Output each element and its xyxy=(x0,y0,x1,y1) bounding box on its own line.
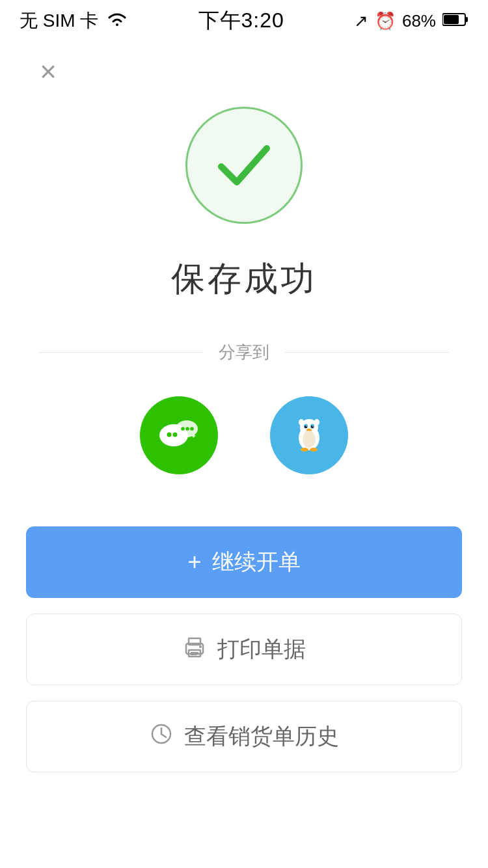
svg-point-10 xyxy=(190,427,194,431)
svg-point-23 xyxy=(310,448,318,452)
main-content: 保存成功 分享到 xyxy=(0,42,488,772)
print-receipt-label: 打印单据 xyxy=(217,634,306,664)
close-button[interactable]: × xyxy=(29,52,68,91)
continue-order-button[interactable]: + 继续开单 xyxy=(26,526,462,598)
share-label: 分享到 xyxy=(203,341,285,364)
svg-point-25 xyxy=(314,419,319,426)
svg-point-9 xyxy=(185,427,189,431)
clock-icon xyxy=(149,722,174,752)
actions-container: + 继续开单 打印单据 xyxy=(0,526,488,772)
divider-line-left xyxy=(39,352,203,353)
battery-text: 68% xyxy=(402,11,436,31)
status-left: 无 SIM 卡 xyxy=(20,8,128,33)
svg-point-24 xyxy=(299,419,304,426)
wechat-share-button[interactable] xyxy=(140,396,218,474)
printer-icon xyxy=(182,634,207,665)
svg-point-22 xyxy=(301,448,308,452)
status-time: 下午3:20 xyxy=(198,7,284,35)
status-bar: 无 SIM 卡 下午3:20 ↗ ⏰ 68% xyxy=(0,0,488,42)
wifi-icon xyxy=(106,10,128,32)
svg-rect-1 xyxy=(465,17,468,22)
success-title: 保存成功 xyxy=(171,256,317,302)
alarm-icon: ⏰ xyxy=(375,11,396,31)
continue-order-label: 继续开单 xyxy=(212,547,301,577)
svg-point-16 xyxy=(306,426,307,427)
svg-line-34 xyxy=(161,734,166,737)
print-receipt-button[interactable]: 打印单据 xyxy=(26,614,462,685)
success-icon-circle xyxy=(185,107,303,224)
svg-point-19 xyxy=(312,426,314,427)
view-history-label: 查看销货单历史 xyxy=(184,722,339,752)
no-sim-text: 无 SIM 卡 xyxy=(20,8,98,33)
svg-rect-2 xyxy=(444,15,459,24)
qq-icon xyxy=(287,413,331,457)
qq-share-button[interactable] xyxy=(270,396,348,474)
status-right: ↗ ⏰ 68% xyxy=(354,11,468,31)
plus-icon: + xyxy=(187,549,201,576)
svg-point-5 xyxy=(173,433,178,437)
svg-marker-11 xyxy=(192,435,196,438)
svg-point-4 xyxy=(167,433,172,437)
svg-point-21 xyxy=(303,431,316,448)
view-history-button[interactable]: 查看销货单历史 xyxy=(26,701,462,772)
battery-icon xyxy=(442,11,468,31)
svg-point-31 xyxy=(199,645,202,648)
share-divider: 分享到 xyxy=(0,341,488,364)
close-icon: × xyxy=(40,57,57,86)
checkmark-icon xyxy=(215,139,273,191)
divider-line-right xyxy=(285,352,449,353)
location-icon: ↗ xyxy=(354,11,368,31)
wechat-icon xyxy=(157,413,201,457)
svg-point-8 xyxy=(181,427,185,431)
share-icons-row xyxy=(140,396,348,474)
